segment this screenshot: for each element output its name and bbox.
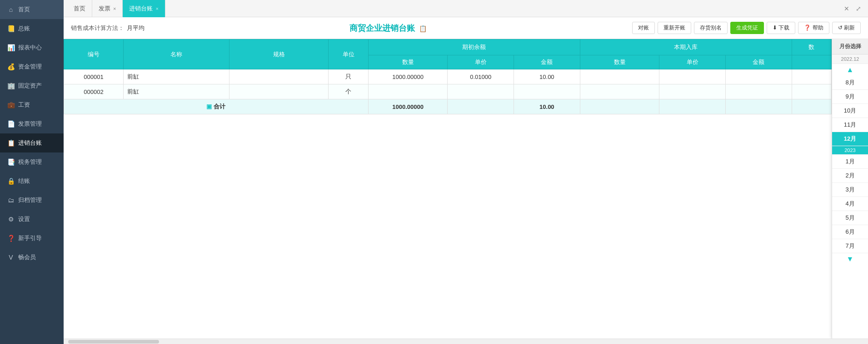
col-spec: 规格 (229, 39, 328, 69)
cost-method-value: 月平均 (127, 24, 145, 32)
month-item-5月[interactable]: 5月 (832, 211, 868, 225)
month-item-11月[interactable]: 11月 (832, 118, 868, 132)
sidebar-label-reports: 报表中心 (18, 44, 42, 52)
month-panel: 月份选择 2022.12 ▲ 8月9月10月11月12月 2023 1月2月3月… (832, 39, 868, 339)
sidebar-label-archive: 归档管理 (18, 196, 42, 204)
col-current-in: 本期入库 (580, 39, 792, 55)
sidebar-icon-home: ⌂ (7, 6, 15, 13)
month-item-2月[interactable]: 2月 (832, 169, 868, 183)
sidebar-icon-salary: 💼 (7, 101, 15, 108)
tab-close-purchase-sales[interactable]: × (155, 6, 158, 11)
sidebar-icon-settings: ⚙ (7, 216, 15, 223)
sidebar-item-funds[interactable]: 💰资金管理 (0, 57, 64, 76)
sidebar-item-purchase-sales[interactable]: 📋进销台账 (0, 133, 64, 152)
col-extra-sub (792, 55, 831, 69)
sidebar-item-invoice-mgmt[interactable]: 📄发票管理 (0, 114, 64, 133)
month-item-4月[interactable]: 4月 (832, 197, 868, 211)
sidebar-item-settings[interactable]: ⚙设置 (0, 210, 64, 229)
table-container[interactable]: 编号 名称 规格 单位 期初余额 本期入库 数 数量 单价 金额 数 (64, 39, 832, 339)
month-panel-year-2022: 2022.12 (832, 54, 868, 64)
total-opening-qty: 1000.00000 (368, 99, 448, 114)
cell-in-amount (725, 69, 792, 84)
sidebar-label-member: 畅会员 (18, 253, 36, 261)
total-in-unit-price (659, 99, 726, 114)
sidebar-item-member[interactable]: V畅会员 (0, 248, 64, 267)
month-item-6月[interactable]: 6月 (832, 225, 868, 239)
total-icon: ▣ (206, 103, 212, 110)
bottom-scrollbar[interactable] (64, 339, 868, 344)
month-item-3月[interactable]: 3月 (832, 183, 868, 197)
total-extra (792, 99, 831, 114)
sidebar-item-tax[interactable]: 📑税务管理 (0, 152, 64, 172)
sidebar-label-invoice-mgmt: 发票管理 (18, 120, 42, 128)
month-item-7月[interactable]: 7月 (832, 239, 868, 253)
sidebar-icon-tax: 📑 (7, 158, 15, 166)
month-panel-title: 月份选择 (832, 39, 868, 54)
sidebar-label-ledger: 总账 (18, 25, 30, 33)
tab-home[interactable]: 首页 (67, 0, 92, 17)
cell-extra (792, 84, 831, 99)
sidebar-icon-purchase-sales: 📋 (7, 139, 15, 147)
tab-label-invoice: 发票 (99, 5, 110, 13)
month-nav-down[interactable]: ▼ (832, 253, 868, 265)
table-row: 000001 前缸 只 1000.00000 0.01000 10.00 (64, 69, 832, 84)
cell-opening-unit-price: 0.01000 (448, 69, 514, 84)
reopen-button[interactable]: 重新开账 (658, 22, 691, 34)
help-button[interactable]: ❓ 帮助 (798, 22, 829, 34)
month-item-9月[interactable]: 9月 (832, 90, 868, 104)
generate-voucher-button[interactable]: 生成凭证 (730, 22, 764, 34)
month-nav-up[interactable]: ▲ (832, 64, 868, 76)
main-area: 首页发票×进销台账× ✕ ⤢ 销售成本计算方法： 月平均 商贸企业进销台账 📋 … (64, 0, 868, 344)
refresh-icon: ↺ (838, 25, 843, 31)
month-item-12月[interactable]: 12月 (832, 132, 868, 146)
year-2023-label: 2023 (832, 146, 868, 155)
content-area: 销售成本计算方法： 月平均 商贸企业进销台账 📋 对账 重新开账 存货别名 生成… (64, 17, 868, 344)
sidebar-icon-fixed-assets: 🏢 (7, 82, 15, 89)
cell-in-amount (725, 84, 792, 99)
sidebar-label-tax: 税务管理 (18, 158, 42, 166)
total-opening-unit-price (448, 99, 514, 114)
tab-close-invoice[interactable]: × (113, 6, 116, 11)
cell-spec (229, 69, 328, 84)
sidebar-item-salary[interactable]: 💼工资 (0, 95, 64, 114)
download-button[interactable]: ⬇ 下载 (767, 22, 795, 34)
refresh-button[interactable]: ↺ 刷新 (832, 22, 861, 34)
tab-purchase-sales[interactable]: 进销台账× (123, 0, 165, 17)
col-in-unit-price: 单价 (659, 55, 726, 69)
sidebar-item-ledger[interactable]: 📒总账 (0, 19, 64, 38)
cell-opening-unit-price (448, 84, 514, 99)
cell-unit: 只 (329, 69, 368, 84)
page-title: 商贸企业进销台账 (349, 24, 415, 33)
cell-in-unit-price (659, 69, 726, 84)
cell-name: 前缸 (124, 69, 229, 84)
download-icon: ⬇ (773, 25, 777, 31)
sidebar-item-home[interactable]: ⌂首页 (0, 0, 64, 19)
sidebar-label-funds: 资金管理 (18, 63, 42, 71)
maximize-button[interactable]: ⤢ (854, 5, 863, 13)
save-alias-button[interactable]: 存货别名 (694, 22, 728, 34)
help-icon: ❓ (804, 25, 811, 31)
col-extra: 数 (792, 39, 831, 55)
month-item-8月[interactable]: 8月 (832, 76, 868, 90)
title-icon[interactable]: 📋 (419, 25, 427, 32)
purchase-sales-table: 编号 名称 规格 单位 期初余额 本期入库 数 数量 单价 金额 数 (64, 39, 832, 114)
tab-invoice[interactable]: 发票× (92, 0, 123, 17)
cell-spec (229, 84, 328, 99)
sidebar-item-closing[interactable]: 🔒结账 (0, 172, 64, 191)
col-opening-balance: 期初余额 (368, 39, 580, 55)
sidebar-item-archive[interactable]: 🗂归档管理 (0, 191, 64, 210)
sidebar-icon-closing: 🔒 (7, 177, 15, 185)
cell-unit: 个 (329, 84, 368, 99)
sidebar-item-reports[interactable]: 📊报表中心 (0, 38, 64, 57)
refresh-label: 刷新 (844, 25, 855, 31)
month-item-1月[interactable]: 1月 (832, 155, 868, 169)
scrollbar-thumb[interactable] (68, 340, 159, 344)
close-button[interactable]: ✕ (843, 5, 851, 13)
sidebar-item-guide[interactable]: ❓新手引导 (0, 229, 64, 248)
sidebar-item-fixed-assets[interactable]: 🏢固定资产 (0, 76, 64, 95)
cell-in-qty (580, 69, 659, 84)
reconcile-button[interactable]: 对账 (632, 22, 655, 34)
tab-label-purchase-sales: 进销台账 (129, 5, 153, 13)
month-item-10月[interactable]: 10月 (832, 104, 868, 118)
cell-opening-amount (514, 84, 580, 99)
